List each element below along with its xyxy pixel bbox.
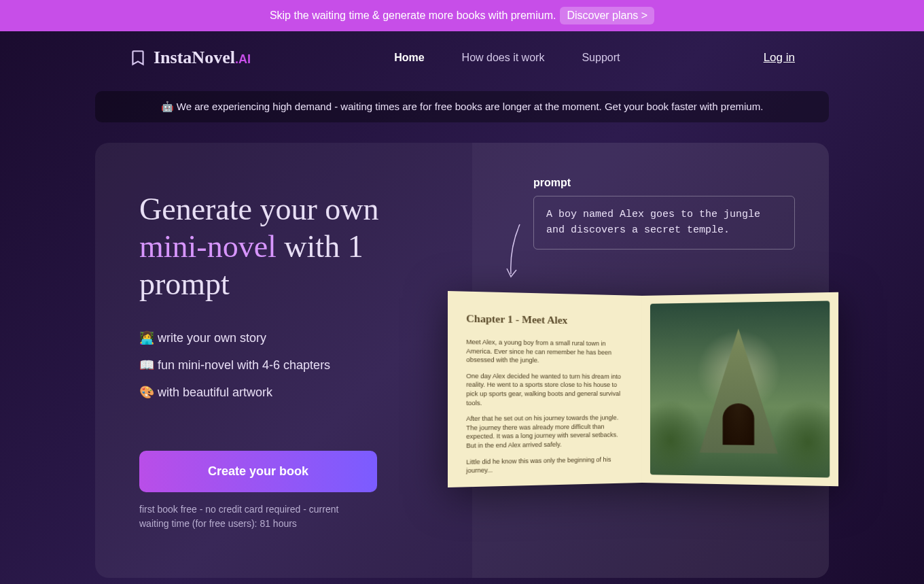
book-para-4: Little did he know this was only the beg… [466, 455, 625, 475]
book-preview: Chapter 1 - Meet Alex Meet Alex, a young… [455, 296, 836, 493]
logo-suffix: .AI [235, 52, 251, 66]
nav-links: Home How does it work Support [394, 52, 620, 64]
create-book-button[interactable]: Create your book [139, 451, 377, 492]
alert-text: 🤖 We are experiencing high demand - wait… [161, 101, 764, 112]
book-text-page: Chapter 1 - Meet Alex Meet Alex, a young… [448, 291, 642, 487]
book-para-1: Meet Alex, a young boy from a small rura… [466, 338, 625, 366]
hero-right-panel: prompt A boy named Alex goes to the jung… [472, 143, 829, 578]
promo-bar: Skip the waiting time & generate more bo… [0, 0, 924, 31]
nav-support[interactable]: Support [582, 52, 620, 64]
prompt-example: A boy named Alex goes to the jungle and … [533, 196, 795, 250]
login-link[interactable]: Log in [764, 51, 795, 65]
feature-write: 👩‍💻 write your own story [139, 330, 428, 345]
logo[interactable]: InstaNovel.AI [129, 48, 251, 68]
bookmark-icon [129, 49, 147, 67]
book-art-page [642, 292, 838, 486]
hero-left-panel: Generate your own mini-novel with 1 prom… [95, 143, 472, 578]
book-para-3: After that he set out on his journey tow… [466, 413, 625, 450]
nav-home[interactable]: Home [394, 52, 424, 64]
promo-text: Skip the waiting time & generate more bo… [270, 10, 556, 22]
hero-title: Generate your own mini-novel with 1 prom… [139, 190, 428, 303]
feature-artwork: 🎨 with beautiful artwork [139, 385, 428, 400]
nav-how-it-works[interactable]: How does it work [462, 52, 545, 64]
book-para-2: One day Alex decided he wanted to turn h… [466, 372, 625, 408]
feature-chapters: 📖 fun mini-novel with 4-6 chapters [139, 358, 428, 373]
feature-list: 👩‍💻 write your own story 📖 fun mini-nove… [139, 330, 428, 400]
cta-note: first book free - no credit card require… [139, 502, 370, 531]
temple-artwork [650, 300, 830, 477]
demand-alert: 🤖 We are experiencing high demand - wait… [95, 91, 829, 122]
chapter-title: Chapter 1 - Meet Alex [466, 313, 625, 327]
discover-plans-button[interactable]: Discover plans > [560, 7, 654, 24]
hero-section: Generate your own mini-novel with 1 prom… [95, 143, 829, 578]
prompt-label: prompt [533, 177, 795, 189]
logo-text: InstaNovel [154, 48, 235, 67]
top-nav: InstaNovel.AI Home How does it work Supp… [0, 31, 924, 84]
arrow-down-icon [503, 221, 523, 282]
